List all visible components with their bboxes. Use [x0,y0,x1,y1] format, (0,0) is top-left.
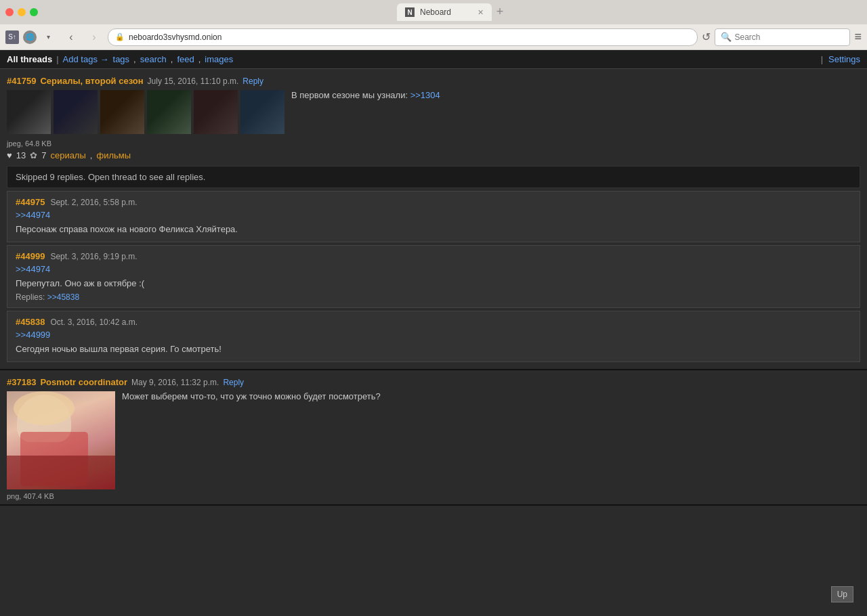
post-id-44999: #44999 [16,251,45,261]
post-header-44975: #44975 Sept. 2, 2016, 5:58 p.m. [16,197,851,207]
top-nav: All threads | Add tags → tags, search, f… [0,50,867,69]
back-button[interactable]: ‹ [62,28,81,47]
heart-count-41759: 13 [16,150,26,160]
reply-post-44975: #44975 Sept. 2, 2016, 5:58 p.m. >>44974 … [7,191,860,242]
replies-count-41759: 7 [41,150,46,160]
browser-toolbar: S↑ 🌐 ▾ ‹ › 🔒 ↺ 🔍 ≡ [0,24,867,50]
comma3: , [198,54,201,64]
post-text-44999: Перепутал. Оно аж в октябре :( [16,277,851,290]
nav-feed-link[interactable]: feed [177,54,194,64]
thread-image-3[interactable] [100,90,144,134]
comma2: , [171,54,173,64]
heart-icon-41759: ♥ [7,150,12,160]
post-text-44975: Персонаж справа похож на нового Феликса … [16,223,851,236]
add-tags-label: Add tags → [63,54,109,64]
comma1: , [133,54,136,64]
thread-content-41759: В первом сезоне мы узнали: >>1304 [7,90,860,137]
thread-content-37183: Может выберем что-то, что уж точно можно… [7,391,860,489]
thread-id-37183: #37183 [7,377,36,387]
thread-text-37183: Может выберем что-то, что уж точно можно… [122,391,381,401]
post-header-45838: #45838 Oct. 3, 2016, 10:42 a.m. [16,317,851,327]
new-tab-button[interactable]: + [492,3,508,20]
extension-icon-1[interactable]: S↑ [5,30,19,44]
thread-text-41759: В первом сезоне мы узнали: >>1304 [291,90,440,100]
post-reply-ref-44999[interactable]: >>45838 [47,292,79,302]
thread-text-block-37183: Может выберем что-то, что уж точно можно… [122,391,381,404]
browser-search-input[interactable] [734,32,836,42]
thread-image-1[interactable] [7,90,51,134]
lock-icon: 🔒 [115,32,125,41]
post-ref-45838[interactable]: >>44999 [16,330,851,340]
up-button[interactable]: Up [831,586,853,592]
tag-serials-41759[interactable]: сериалы [50,150,85,160]
tab-favicon-icon: N [405,7,415,17]
thread-date-41759: July 15, 2016, 11:10 p.m. [148,76,239,86]
tag-comma: , [90,150,93,160]
traffic-lights [5,8,38,16]
thread-image-4[interactable] [147,90,191,134]
extension-dropdown-btn[interactable]: ▾ [39,28,58,47]
thread-image-5[interactable] [194,90,238,134]
all-threads-link[interactable]: All threads [7,54,52,64]
reply-post-45838: #45838 Oct. 3, 2016, 10:42 a.m. >>44999 … [7,311,860,362]
maximize-window-btn[interactable] [30,8,38,16]
minimize-window-btn[interactable] [18,8,26,16]
thread-subject-37183: Posmotr coordinator [40,377,127,387]
image-info-37183: png, 407.4 KB [7,492,860,500]
snowflake-icon-41759: ✿ [30,150,37,160]
thread-date-37183: May 9, 2016, 11:32 p.m. [131,378,219,387]
nav-right: | Settings [821,54,860,64]
extension-icon-2[interactable]: 🌐 [23,30,37,44]
thread-subject-41759: Сериалы, второй сезон [40,76,143,86]
post-replies-44999: Replies: >>45838 [16,292,851,302]
nav-sep-2: | [821,54,823,64]
browser-search-bar: 🔍 [715,28,850,46]
browser-menu-button[interactable]: ≡ [854,30,862,44]
browser-chrome: N Neboard ✕ + S↑ 🌐 ▾ ‹ › 🔒 ↺ 🔍 ≡ [0,0,867,50]
address-bar: 🔒 [108,28,698,46]
tab-close-icon[interactable]: ✕ [478,8,484,17]
settings-link[interactable]: Settings [828,54,860,64]
nav-sep-1: | [56,54,58,64]
reload-button[interactable]: ↺ [702,30,711,43]
thread-image-6[interactable] [240,90,284,134]
thread-id-41759: #41759 [7,76,36,86]
thread-images-41759 [7,90,284,134]
thread-image-2[interactable] [54,90,98,134]
reply-link-37183[interactable]: Reply [223,378,244,387]
nav-tags-link[interactable]: tags [113,54,130,64]
thread-ref-41759[interactable]: >>1304 [410,90,440,100]
reply-post-44999: #44999 Sept. 3, 2016, 9:19 p.m. >>44974 … [7,245,860,309]
post-date-44975: Sept. 2, 2016, 5:58 p.m. [50,198,137,207]
reply-link-41759[interactable]: Reply [242,76,263,86]
thread-image-anime[interactable] [7,391,115,489]
browser-titlebar: N Neboard ✕ + [0,0,867,24]
post-date-44999: Sept. 3, 2016, 9:19 p.m. [50,252,137,261]
page-content: All threads | Add tags → tags, search, f… [0,50,867,592]
post-id-44975: #44975 [16,197,45,207]
nav-left: All threads | Add tags → tags, search, f… [7,54,233,64]
nav-search-link[interactable]: search [140,54,167,64]
thread-block-37183: #37183 Posmotr coordinator May 9, 2016, … [0,370,867,506]
post-text-45838: Сегодня ночью вышла первая серия. Го смо… [16,343,851,356]
search-icon: 🔍 [721,32,732,42]
thread-header-41759: #41759 Сериалы, второй сезон July 15, 20… [7,76,860,86]
close-window-btn[interactable] [5,8,14,16]
post-header-44999: #44999 Sept. 3, 2016, 9:19 p.m. [16,251,851,261]
thread-stats-41759: ♥ 13 ✿ 7 сериалы, фильмы [7,148,860,163]
nav-images-link[interactable]: images [205,54,233,64]
url-input[interactable] [129,32,690,42]
thread-header-37183: #37183 Posmotr coordinator May 9, 2016, … [7,377,860,387]
thread-text-block-41759: В первом сезоне мы узнали: >>1304 [291,90,440,103]
skipped-bar-41759: Skipped 9 replies. Open thread to see al… [7,166,860,188]
post-ref-44999[interactable]: >>44974 [16,264,851,274]
image-info-41759: jpeg, 64.8 KB [7,139,860,148]
post-ref-44975[interactable]: >>44974 [16,210,851,220]
browser-tab[interactable]: N Neboard ✕ [397,3,492,21]
thread-block-41759: #41759 Сериалы, второй сезон July 15, 20… [0,69,867,370]
forward-button[interactable]: › [85,28,104,47]
tag-films-41759[interactable]: фильмы [96,150,131,160]
post-date-45838: Oct. 3, 2016, 10:42 a.m. [50,317,138,327]
tab-title: Neboard [420,7,451,17]
post-id-45838: #45838 [16,317,45,327]
